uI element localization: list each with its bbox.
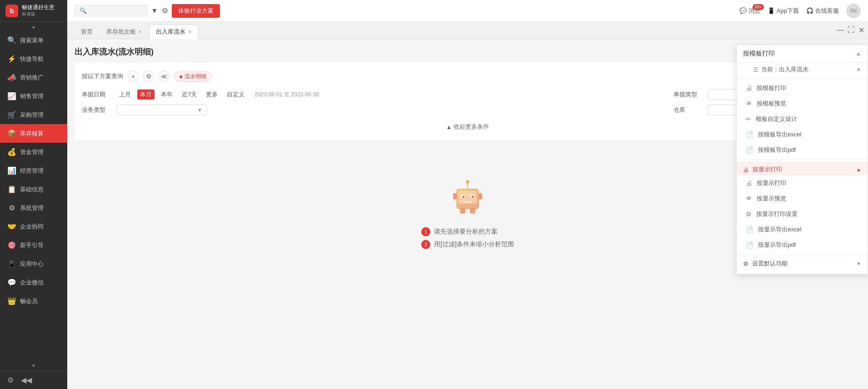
dropdown-collapse-icon[interactable]: ▲ — [856, 50, 861, 57]
search-icon: 🔍 — [80, 7, 87, 14]
tab-close-stock-flow[interactable]: × — [188, 29, 191, 35]
display-section-label: 🖨 按显示打印 — [743, 165, 782, 174]
current-expand-icon: ▼ — [856, 67, 861, 72]
tab-stock-flow[interactable]: 出入库流水 × — [149, 25, 198, 39]
marketing-icon: 📣 — [7, 73, 16, 82]
pdf-icon: 📄 — [746, 146, 753, 154]
current-template-icon: ☰ — [753, 66, 758, 73]
filter-tag[interactable]: ● 流水明细 — [174, 71, 211, 82]
sidebar-item-member[interactable]: 👑 畅会员 — [0, 292, 67, 310]
excel-icon: 📄 — [746, 131, 753, 138]
topbar: 🔍 ▼ ⚙ 体验行业方案 💬 消息 99+ 📱 App下载 🎧 在线客服 — [67, 0, 868, 22]
sidebar-item-quick-nav[interactable]: ⚡ 快捷导航 — [0, 50, 67, 68]
svg-rect-11 — [470, 208, 475, 214]
date-options: 上月 本月 本年 近7天 更多 自定义 2023-06-01 至 2023-06… — [116, 90, 319, 100]
sidebar-item-finance[interactable]: 💰 资金管理 — [0, 143, 67, 161]
empty-step-2: 2 用[过滤]条件来缩小分析范围 — [421, 240, 514, 249]
page-title: 出入库流水(流水明细) — [75, 46, 154, 57]
filter-tag-icon: ● — [179, 73, 183, 80]
footer-expand-icon: ▼ — [856, 261, 861, 266]
sidebar-item-inventory[interactable]: 📦 库存核算 — [0, 124, 67, 143]
add-filter-btn[interactable]: + — [128, 71, 139, 82]
tab-batch-account[interactable]: 库存批次账 × — [100, 25, 148, 39]
display-print-icon: 🖨 — [743, 166, 749, 173]
collapse-icon[interactable]: ◀◀ — [21, 376, 32, 384]
filter-settings-btn[interactable]: ⚙ — [143, 71, 154, 82]
sidebar-item-sales[interactable]: 📈 销售管理 — [0, 87, 67, 105]
display-preview-icon: 👁 — [746, 195, 752, 202]
topbar-search-box[interactable]: 🔍 — [75, 5, 147, 16]
dropdown-header: 按模板打印 ▲ — [737, 45, 868, 63]
app-download-item[interactable]: 📱 App下载 — [768, 7, 799, 15]
tab-home[interactable]: 首页 — [75, 25, 99, 39]
dropdown-item-template-preview[interactable]: 👁 按模板预览 — [737, 96, 868, 111]
tab-close-batch[interactable]: × — [139, 29, 142, 35]
display-items: 🖨 按显示打印 👁 按显示预览 ⚙ 按显示打印设置 📄 按显示导出excel 📄… — [737, 175, 868, 253]
biz-type-select[interactable]: ▼ — [116, 105, 207, 115]
dropdown-item-display-excel[interactable]: 📄 按显示导出excel — [737, 222, 868, 237]
user-avatar[interactable]: Rit — [846, 4, 861, 18]
dropdown-footer[interactable]: ⚙ 设置默认功能 ▼ — [737, 257, 868, 270]
minimize-icon[interactable]: — — [837, 26, 844, 35]
display-section-header[interactable]: 🖨 按显示打印 ▲ — [737, 162, 868, 175]
app-logo: b 畅捷通好生意 标准版 — [0, 0, 67, 22]
preview-icon: 👁 — [746, 100, 752, 107]
sidebar-item-collab[interactable]: 🤝 企业协同 — [0, 217, 67, 236]
sidebar-item-appcenter[interactable]: 📱 应用中心 — [0, 254, 67, 273]
sidebar-item-search[interactable]: 🔍 搜索菜单 — [0, 31, 67, 50]
member-icon: 👑 — [7, 297, 16, 305]
warehouse-label: 仓库 — [673, 106, 701, 114]
dropdown-current-template[interactable]: ☰ 当前：出入库流水 ▼ — [737, 63, 868, 76]
dropdown-item-template-print[interactable]: 🖨 按模板打印 — [737, 80, 868, 96]
svg-rect-7 — [479, 193, 482, 199]
date-label: 单据日期 — [82, 90, 109, 99]
settings-icon[interactable]: ⚙ — [7, 376, 14, 384]
dropdown-item-display-settings[interactable]: ⚙ 按显示打印设置 — [737, 206, 868, 222]
date-opt-more[interactable]: 更多 — [203, 90, 220, 100]
dropdown-item-display-preview[interactable]: 👁 按显示预览 — [737, 191, 868, 206]
dropdown-item-template-excel[interactable]: 📄 按模板导出excel — [737, 127, 868, 142]
wechat-icon: 💬 — [7, 278, 16, 287]
svg-rect-1 — [459, 191, 477, 204]
date-opt-prev-month[interactable]: 上月 — [116, 90, 134, 100]
sidebar-item-system[interactable]: ⚙ 系统管理 — [0, 199, 67, 217]
display-settings-icon: ⚙ — [746, 210, 752, 218]
maximize-icon[interactable]: ⛶ — [848, 26, 855, 35]
topbar-right: 💬 消息 99+ 📱 App下载 🎧 在线客服 Rit — [739, 4, 861, 18]
settings-icon[interactable]: ⚙ — [162, 6, 168, 15]
app-edition: 标准版 — [22, 11, 55, 17]
footer-settings-icon: ⚙ — [743, 260, 748, 267]
date-opt-this-month[interactable]: 本月 — [137, 90, 155, 100]
date-opt-custom[interactable]: 自定义 — [224, 90, 247, 100]
divider-3 — [737, 254, 868, 255]
sidebar-item-basic[interactable]: 📋 基础信息 — [0, 180, 67, 199]
empty-illustration — [445, 173, 490, 218]
sidebar-item-marketing[interactable]: 📣 营销推广 — [0, 68, 67, 87]
trial-btn[interactable]: 体验行业方案 — [172, 4, 220, 18]
sidebar-item-purchase[interactable]: 🛒 采购管理 — [0, 105, 67, 124]
quick-nav-icon: ⚡ — [7, 55, 16, 63]
dropdown-item-display-print[interactable]: 🖨 按显示打印 — [737, 175, 868, 191]
dropdown-item-template-custom[interactable]: ✏ 模板自定义设计 — [737, 111, 868, 127]
sidebar-item-wechat[interactable]: 💬 企业微信 — [0, 273, 67, 292]
message-item[interactable]: 💬 消息 99+ — [739, 7, 760, 15]
finance-icon: 💰 — [7, 148, 16, 156]
dropdown-item-template-pdf[interactable]: 📄 按模板导出pdf — [737, 142, 868, 158]
gear-icon[interactable]: ▼ — [151, 7, 158, 15]
sidebar-item-guide[interactable]: 🎯 新手引导 — [0, 236, 67, 254]
sales-icon: 📈 — [7, 92, 16, 100]
app-name: 畅捷通好生意 — [22, 4, 55, 11]
svg-rect-10 — [460, 208, 465, 214]
search-input[interactable] — [89, 8, 143, 14]
filter-collapse-btn[interactable]: ≪ — [159, 71, 170, 82]
date-opt-this-year[interactable]: 本年 — [158, 90, 175, 100]
online-service-item[interactable]: 🎧 在线客服 — [806, 7, 839, 15]
collab-icon: 🤝 — [7, 222, 16, 231]
display-print-icon2: 🖨 — [746, 180, 752, 187]
tab-close-icon[interactable]: ✕ — [858, 26, 864, 35]
step-num-1: 1 — [421, 227, 430, 236]
guide-icon: 🎯 — [7, 241, 16, 249]
date-opt-last-7days[interactable]: 近7天 — [179, 90, 200, 100]
dropdown-item-display-pdf[interactable]: 📄 按显示导出pdf — [737, 237, 868, 253]
sidebar-item-operation[interactable]: 📊 经营管理 — [0, 161, 67, 180]
